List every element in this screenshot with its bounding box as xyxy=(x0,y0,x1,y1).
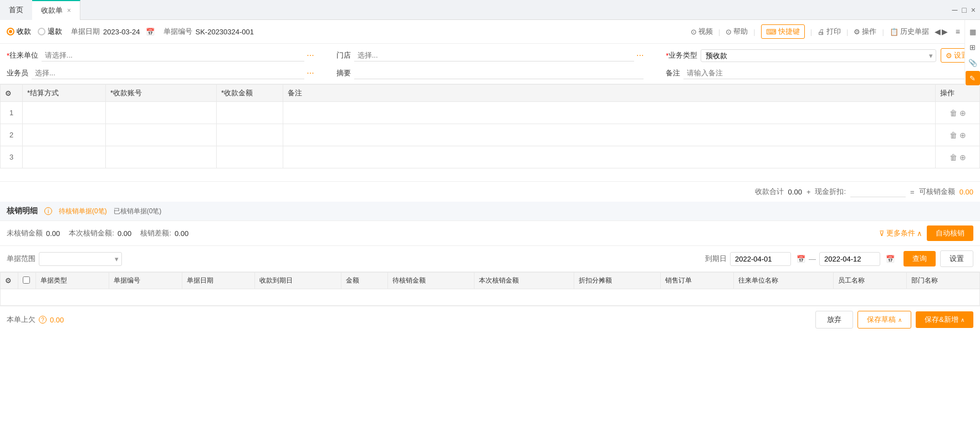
window-maximize[interactable]: □ xyxy=(962,6,966,14)
remark-cell-1[interactable] xyxy=(283,102,936,124)
more-conditions-btn[interactable]: ⊽ 更多条件 ∧ xyxy=(879,228,922,238)
video-btn[interactable]: ⊙ 视频 xyxy=(691,27,713,37)
settlement-input-3[interactable] xyxy=(23,146,105,168)
toolbar-right-actions: ⊙ 视频 | ⊙ 帮助 | ⌨ 快捷键 | 🖨 打印 | ⚙ 操作 xyxy=(691,24,973,39)
remark-cell-2[interactable] xyxy=(283,124,936,146)
delete-row-3-icon[interactable]: 🗑 xyxy=(950,153,957,162)
footer-info-icon[interactable]: ? xyxy=(39,316,47,324)
print-icon: 🖨 xyxy=(818,28,825,36)
store-input[interactable] xyxy=(354,49,634,61)
refund-radio[interactable]: 退款 xyxy=(38,27,62,37)
account-cell-3[interactable] xyxy=(106,146,217,168)
auto-verify-btn[interactable]: 自动核销 xyxy=(927,225,973,241)
remark-input-2[interactable] xyxy=(283,124,935,146)
action-cell-2: 🗑 ⊕ xyxy=(936,131,979,140)
operation-icon: ⚙ xyxy=(854,28,860,36)
settlement-cell-3[interactable] xyxy=(23,146,106,168)
account-input-2[interactable] xyxy=(106,124,216,146)
remark-header: 备注 xyxy=(283,85,936,102)
panel-icon-edit[interactable]: ✎ xyxy=(966,71,980,85)
tab-home[interactable]: 首页 xyxy=(0,0,32,20)
save-new-btn[interactable]: 保存&新增 ∧ xyxy=(916,311,973,328)
receipt-radio[interactable]: 收款 xyxy=(7,27,31,37)
panel-icon-layout[interactable]: ⊞ xyxy=(966,40,980,54)
settlement-cell-1[interactable] xyxy=(23,102,106,124)
window-close[interactable]: × xyxy=(971,6,976,14)
remark-input-3[interactable] xyxy=(283,146,935,168)
account-header: *收款账号 xyxy=(106,85,217,102)
table-settings-header[interactable]: ⚙ xyxy=(1,85,23,102)
amount-header: *收款金额 xyxy=(217,85,283,102)
panel-icon-table[interactable]: ▦ xyxy=(966,24,980,39)
panel-icon-attachment[interactable]: 📎 xyxy=(966,55,980,70)
amount-cell-2[interactable] xyxy=(217,124,283,146)
amount-input-3[interactable] xyxy=(217,146,283,168)
history-btn[interactable]: 📋 历史单据 xyxy=(890,27,929,37)
tab-receipt[interactable]: 收款单 × xyxy=(32,0,80,20)
bottom-table-checkbox-header[interactable] xyxy=(18,273,36,289)
remark-input-1[interactable] xyxy=(283,102,935,124)
staff-more-btn[interactable]: ··· xyxy=(307,68,314,78)
range-select[interactable] xyxy=(39,252,122,266)
help-btn[interactable]: ⊙ 帮助 xyxy=(726,27,748,37)
summary-input[interactable] xyxy=(354,67,644,79)
col-current-verify: 本次核销金额 xyxy=(474,273,574,289)
store-more-btn[interactable]: ··· xyxy=(636,50,644,60)
help-icon: ⊙ xyxy=(726,28,732,36)
date-from-input[interactable] xyxy=(730,252,791,266)
footer-actions: 放弃 保存草稿 ∧ 保存&新增 ∧ xyxy=(815,311,973,329)
query-btn[interactable]: 查询 xyxy=(904,251,936,266)
verify-info-icon[interactable]: i xyxy=(44,207,52,215)
layout-list-btn[interactable]: ≡ xyxy=(953,26,962,37)
discount-input[interactable] xyxy=(850,186,906,197)
delete-row-1-icon[interactable]: 🗑 xyxy=(950,109,957,117)
business-type-select[interactable]: 预收款 xyxy=(701,49,936,62)
form-area: * 往来单位 ··· 门店 ··· * 业务类型 预收款 xyxy=(0,44,980,84)
date-from-calendar-icon[interactable]: 📅 xyxy=(797,255,805,263)
date-to-input[interactable] xyxy=(819,252,880,266)
settlement-cell-2[interactable] xyxy=(23,124,106,146)
partner-input[interactable] xyxy=(42,49,304,61)
col-doc-type: 单据类型 xyxy=(36,273,109,289)
amount-cell-1[interactable] xyxy=(217,102,283,124)
bottom-settings-btn[interactable]: 设置 xyxy=(940,250,973,267)
partner-more-btn[interactable]: ··· xyxy=(307,50,314,60)
settings-icon: ⚙ xyxy=(946,52,952,60)
col-due-date: 收款到期日 xyxy=(255,273,341,289)
delete-row-2-icon[interactable]: 🗑 xyxy=(950,131,957,140)
copy-row-2-icon[interactable]: ⊕ xyxy=(959,131,966,140)
col-staff-name: 员工名称 xyxy=(834,273,907,289)
amount-input-1[interactable] xyxy=(217,102,283,124)
copy-row-1-icon[interactable]: ⊕ xyxy=(959,109,966,117)
amount-input-2[interactable] xyxy=(217,124,283,146)
date-calendar-icon[interactable]: 📅 xyxy=(146,28,155,36)
account-input-1[interactable] xyxy=(106,102,216,124)
copy-row-3-icon[interactable]: ⊕ xyxy=(959,153,966,162)
window-minimize[interactable]: ─ xyxy=(952,6,957,14)
staff-input[interactable] xyxy=(32,67,304,79)
tab-close-icon[interactable]: × xyxy=(67,7,71,14)
nav-next[interactable]: ▶ xyxy=(942,27,948,36)
bottom-settings-icon[interactable]: ⚙ xyxy=(5,276,12,285)
account-input-3[interactable] xyxy=(106,146,216,168)
table-settings-icon[interactable]: ⚙ xyxy=(5,89,12,98)
date-to-calendar-icon[interactable]: 📅 xyxy=(886,255,895,263)
save-draft-btn[interactable]: 保存草稿 ∧ xyxy=(858,311,911,329)
action-cell-3: 🗑 ⊕ xyxy=(936,153,979,162)
bottom-table-settings-header[interactable]: ⚙ xyxy=(1,273,18,289)
remark-cell-3[interactable] xyxy=(283,146,936,168)
abandon-btn[interactable]: 放弃 xyxy=(815,311,853,329)
amount-cell-3[interactable] xyxy=(217,146,283,168)
settlement-input-1[interactable] xyxy=(23,102,105,124)
operation-btn[interactable]: ⚙ 操作 xyxy=(854,27,876,37)
account-cell-2[interactable] xyxy=(106,124,217,146)
select-all-checkbox[interactable] xyxy=(23,276,30,284)
nav-prev[interactable]: ◀ xyxy=(935,27,941,36)
receipt-table: ⚙ *结算方式 *收款账号 *收款金额 备注 操作 xyxy=(0,84,980,168)
account-cell-1[interactable] xyxy=(106,102,217,124)
remark-input[interactable] xyxy=(683,67,973,79)
footer-info: 本单上欠 ? 0.00 xyxy=(7,315,64,325)
shortcut-btn[interactable]: ⌨ 快捷键 xyxy=(761,24,805,39)
print-btn[interactable]: 🖨 打印 xyxy=(818,27,841,37)
settlement-input-2[interactable] xyxy=(23,124,105,146)
